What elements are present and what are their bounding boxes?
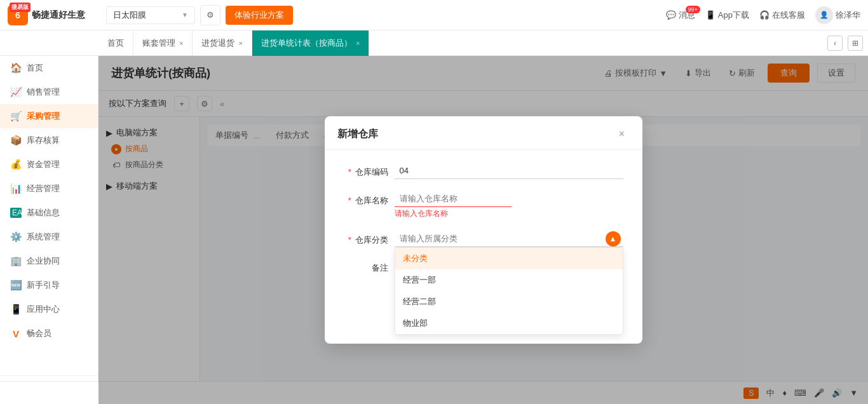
chevron-down-icon: ▼ — [182, 11, 188, 18]
sidebar-item-guide[interactable]: 🆕 新手引导 — [0, 273, 98, 297]
header-right: 💬 消息 99+ 📱 App下载 🎧 在线客服 👤 徐泽华 — [666, 6, 860, 24]
dialog-title: 新增仓库 — [337, 128, 378, 141]
content-area: 进货单统计(按商品) 🖨 按模板打印 ▼ ⬇ 导出 ↻ 刷新 查询 设置 — [98, 56, 868, 404]
tab-next-button[interactable]: ⊞ — [848, 36, 863, 51]
warehouse-category-label: * 仓库分类 — [344, 231, 395, 246]
user-item[interactable]: 👤 徐泽华 — [815, 6, 860, 24]
sidebar-item-app-center[interactable]: 📱 应用中心 — [0, 297, 98, 321]
avatar: 👤 — [815, 6, 833, 24]
modal-overlay: 新增仓库 × * 仓库编码 — [98, 56, 868, 404]
sidebar-item-home[interactable]: 🏠 首页 — [0, 56, 98, 80]
sidebar: 🏠 首页 📈 销售管理 🛒 采购管理 📦 库存核算 💰 资金管理 📊 经营管理 … — [0, 56, 98, 404]
dropdown-option-property[interactable]: 物业部 — [395, 313, 623, 334]
operation-icon: 📊 — [10, 183, 22, 194]
message-icon: 💬 — [666, 10, 676, 20]
sales-icon: 📈 — [10, 86, 22, 98]
dialog-header: 新增仓库 × — [325, 116, 642, 150]
dropdown-option-dept2[interactable]: 经营二部 — [395, 291, 623, 313]
sidebar-item-enterprise[interactable]: 🏢 企业协同 — [0, 249, 98, 273]
store-selector[interactable]: 日太阳膜 ▼ — [106, 6, 195, 24]
category-dropdown-wrapper: ▲ 未分类 经营一部 经营二部 物业部 — [395, 231, 623, 247]
warehouse-code-label: * 仓库编码 — [344, 163, 395, 178]
sidebar-item-basic-info[interactable]: EA 基础信息 — [0, 201, 98, 225]
notification-item[interactable]: 💬 消息 99+ — [666, 10, 695, 21]
warehouse-code-row: * 仓库编码 — [344, 163, 623, 179]
remark-label: 备注 — [344, 259, 395, 274]
logo-area: 6 捷易版 畅捷通好生意 — [8, 5, 106, 25]
close-icon[interactable]: × — [238, 39, 242, 47]
warehouse-name-label: * 仓库名称 — [344, 191, 395, 206]
tab-accounts[interactable]: 账套管理 × — [133, 30, 193, 56]
phone-icon: 📱 — [705, 10, 715, 20]
tab-prev-button[interactable]: ‹ — [827, 36, 843, 51]
header-middle: 日太阳膜 ▼ ⚙ 体验行业方案 — [106, 5, 666, 25]
main-layout: 🏠 首页 📈 销售管理 🛒 采购管理 📦 库存核算 💰 资金管理 📊 经营管理 … — [0, 56, 868, 404]
app-download-item[interactable]: 📱 App下载 — [705, 10, 749, 21]
finance-icon: 💰 — [10, 159, 22, 170]
logo-text: 畅捷通好生意 — [32, 9, 85, 20]
tab-purchase-return[interactable]: 进货退货 × — [193, 30, 252, 56]
trial-button[interactable]: 体验行业方案 — [226, 6, 293, 25]
sidebar-item-purchase[interactable]: 🛒 采购管理 — [0, 104, 98, 128]
tab-purchase-stat[interactable]: 进货单统计表（按商品） × — [252, 30, 369, 56]
purchase-icon: 🛒 — [10, 111, 22, 122]
sidebar-item-inventory[interactable]: 📦 库存核算 — [0, 128, 98, 152]
sidebar-item-operation[interactable]: 📊 经营管理 — [0, 177, 98, 201]
gear-button[interactable]: ⚙ — [200, 5, 220, 25]
top-header: 6 捷易版 畅捷通好生意 日太阳膜 ▼ ⚙ 体验行业方案 💬 消息 99+ 📱 … — [0, 0, 868, 30]
warehouse-category-row: * 仓库分类 ▲ 未分类 经营一部 经营二部 物业部 — [344, 231, 623, 247]
sidebar-item-system[interactable]: ⚙️ 系统管理 — [0, 225, 98, 249]
guide-icon: 🆕 — [10, 279, 22, 291]
warehouse-name-row: * 仓库名称 请输入仓库名称 — [344, 191, 623, 219]
tab-home[interactable]: 首页 — [98, 30, 133, 56]
close-icon[interactable]: × — [356, 39, 360, 47]
dropdown-toggle-button[interactable]: ▲ — [606, 231, 621, 246]
logo-icon: 6 捷易版 — [8, 5, 28, 25]
category-dropdown-menu: 未分类 经营一部 经营二部 物业部 — [395, 247, 623, 335]
warehouse-name-error: 请输入仓库名称 — [344, 208, 448, 219]
close-icon[interactable]: × — [179, 39, 183, 47]
inventory-icon: 📦 — [10, 135, 22, 146]
category-input[interactable] — [395, 231, 623, 247]
tab-controls: ‹ ⊞ — [822, 30, 868, 56]
dropdown-option-dept1[interactable]: 经营一部 — [395, 269, 623, 291]
home-icon: 🏠 — [10, 62, 22, 74]
app-center-icon: 📱 — [10, 304, 22, 315]
vip-icon: V — [10, 328, 22, 339]
dropdown-option-uncategorized[interactable]: 未分类 — [395, 248, 623, 269]
notification-badge: 99+ — [686, 6, 700, 13]
dialog-body: * 仓库编码 * 仓库名称 — [325, 150, 642, 303]
sidebar-item-finance[interactable]: 💰 资金管理 — [0, 152, 98, 177]
warehouse-code-input[interactable] — [395, 163, 623, 179]
new-warehouse-dialog: 新增仓库 × * 仓库编码 — [325, 116, 642, 344]
tab-bar: 首页 账套管理 × 进货退货 × 进货单统计表（按商品） × ‹ ⊞ — [0, 30, 868, 56]
system-icon: ⚙️ — [10, 231, 22, 243]
warehouse-name-input[interactable] — [395, 191, 512, 207]
online-service-item[interactable]: 🎧 在线客服 — [759, 10, 805, 21]
sidebar-item-sales[interactable]: 📈 销售管理 — [0, 80, 98, 104]
enterprise-icon: 🏢 — [10, 255, 22, 267]
sidebar-item-vip[interactable]: V 畅会员 — [0, 321, 98, 346]
basic-info-icon: EA — [10, 208, 22, 218]
headset-icon: 🎧 — [759, 10, 770, 20]
dialog-close-button[interactable]: × — [614, 126, 630, 142]
logo-badge: 捷易版 — [10, 3, 31, 12]
